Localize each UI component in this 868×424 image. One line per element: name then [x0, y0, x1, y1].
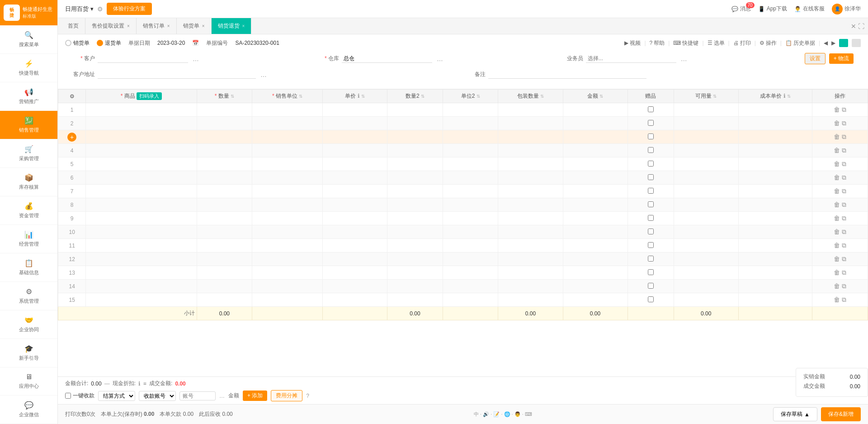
- product-input-15[interactable]: [88, 296, 194, 303]
- product-cell-1[interactable]: [86, 103, 197, 117]
- delete-row-btn-1[interactable]: 🗑: [834, 106, 840, 113]
- pkg-cell-14[interactable]: [498, 280, 563, 293]
- video-btn[interactable]: ▶ 视频: [624, 39, 641, 47]
- price-cell-2[interactable]: [323, 117, 387, 130]
- gift-cell-11[interactable]: [627, 239, 674, 252]
- copy-row-btn-13[interactable]: ⧉: [842, 269, 846, 276]
- sidebar-item-系统管理[interactable]: ⚙系统管理: [0, 282, 57, 310]
- address-input[interactable]: [98, 70, 256, 79]
- unit2-cell-12[interactable]: [443, 252, 498, 266]
- gift-checkbox-10[interactable]: [648, 229, 654, 234]
- sidebar-item-企业协同[interactable]: 🤝企业协同: [0, 310, 57, 339]
- price-cell-6[interactable]: [323, 171, 387, 185]
- sidebar-item-采购管理[interactable]: 🛒采购管理: [0, 139, 57, 168]
- pkg-cell-8[interactable]: [498, 198, 563, 212]
- qty2-cell-8[interactable]: [387, 198, 443, 212]
- pkg-cell-7[interactable]: [498, 185, 563, 198]
- qty2-cell-4[interactable]: [387, 144, 443, 157]
- tab-3[interactable]: 销货单×: [177, 18, 212, 34]
- product-input-10[interactable]: [88, 229, 194, 235]
- gift-checkbox-5[interactable]: [648, 161, 654, 167]
- amount-cell-14[interactable]: [563, 280, 627, 293]
- gift-checkbox-6[interactable]: [648, 174, 654, 180]
- amount-input[interactable]: [179, 391, 216, 400]
- price-cell-9[interactable]: [323, 212, 387, 225]
- amount-cell-15[interactable]: [563, 293, 627, 307]
- gift-cell-9[interactable]: [627, 212, 674, 225]
- topbar-gear-icon[interactable]: ⚙: [97, 5, 103, 13]
- avail-cell-2[interactable]: [674, 117, 738, 130]
- qty-cell-13[interactable]: [197, 266, 252, 280]
- unit-cell-12[interactable]: [252, 252, 323, 266]
- product-input-9[interactable]: [88, 215, 194, 222]
- cost-cell-3[interactable]: [738, 130, 812, 144]
- unit-cell-6[interactable]: [252, 171, 323, 185]
- gift-checkbox-8[interactable]: [648, 201, 654, 207]
- cost-cell-1[interactable]: [738, 103, 812, 117]
- unit-cell-1[interactable]: [252, 103, 323, 117]
- online-service-button[interactable]: 👨‍💼 在线客服: [794, 5, 825, 13]
- staff-input[interactable]: [586, 54, 676, 63]
- price-cell-1[interactable]: [323, 103, 387, 117]
- cost-cell-4[interactable]: [738, 144, 812, 157]
- unit2-cell-3[interactable]: [443, 130, 498, 144]
- unit-sort-icon[interactable]: ⇅: [299, 94, 302, 99]
- qty-cell-12[interactable]: [197, 252, 252, 266]
- gift-checkbox-7[interactable]: [648, 188, 654, 194]
- tab-4[interactable]: 销货退货×: [212, 18, 252, 34]
- gift-cell-6[interactable]: [627, 171, 674, 185]
- unit2-cell-6[interactable]: [443, 171, 498, 185]
- amount-cell-2[interactable]: [563, 117, 627, 130]
- qty-cell-6[interactable]: [197, 171, 252, 185]
- product-input-3[interactable]: [88, 133, 194, 140]
- amount-cell-3[interactable]: [563, 130, 627, 144]
- sidebar-item-经营管理[interactable]: 📊经营管理: [0, 225, 57, 253]
- sidebar-item-库存核算[interactable]: 📦库存核算: [0, 168, 57, 196]
- gift-cell-7[interactable]: [627, 185, 674, 198]
- price-cell-8[interactable]: [323, 198, 387, 212]
- expense-split-button[interactable]: 费用分摊: [271, 390, 302, 401]
- copy-row-btn-3[interactable]: ⧉: [842, 133, 846, 141]
- qty-cell-7[interactable]: [197, 185, 252, 198]
- amount-cell-11[interactable]: [563, 239, 627, 252]
- pkg-sort-icon[interactable]: ⇅: [540, 94, 544, 99]
- product-input-8[interactable]: [88, 201, 194, 208]
- product-cell-2[interactable]: [86, 117, 197, 130]
- customer-more-icon[interactable]: …: [193, 55, 199, 62]
- avail-cell-8[interactable]: [674, 198, 738, 212]
- product-cell-14[interactable]: [86, 280, 197, 293]
- copy-row-btn-6[interactable]: ⧉: [842, 174, 846, 181]
- cost-cell-10[interactable]: [738, 225, 812, 239]
- unit2-cell-10[interactable]: [443, 225, 498, 239]
- history-btn[interactable]: 📋 历史单据: [785, 39, 815, 47]
- gift-checkbox-1[interactable]: [648, 106, 654, 112]
- product-cell-5[interactable]: [86, 157, 197, 171]
- product-cell-11[interactable]: [86, 239, 197, 252]
- qty-cell-2[interactable]: [197, 117, 252, 130]
- delete-row-btn-8[interactable]: 🗑: [834, 201, 840, 208]
- tab-2[interactable]: 销售订单×: [137, 18, 177, 34]
- unit2-cell-13[interactable]: [443, 266, 498, 280]
- gift-cell-13[interactable]: [627, 266, 674, 280]
- avail-cell-6[interactable]: [674, 171, 738, 185]
- unit-cell-4[interactable]: [252, 144, 323, 157]
- gift-checkbox-3[interactable]: [648, 133, 654, 139]
- amount-cell-13[interactable]: [563, 266, 627, 280]
- save-draft-button[interactable]: 保存草稿 ▲: [773, 407, 817, 421]
- amount-cell-7[interactable]: [563, 185, 627, 198]
- price-cell-7[interactable]: [323, 185, 387, 198]
- unit2-cell-9[interactable]: [443, 212, 498, 225]
- tab-close-1[interactable]: ×: [127, 24, 130, 29]
- pkg-cell-12[interactable]: [498, 252, 563, 266]
- qty2-cell-7[interactable]: [387, 185, 443, 198]
- delete-row-btn-13[interactable]: 🗑: [834, 269, 840, 276]
- amount-cell-5[interactable]: [563, 157, 627, 171]
- product-cell-4[interactable]: [86, 144, 197, 157]
- qty-cell-11[interactable]: [197, 239, 252, 252]
- product-cell-15[interactable]: [86, 293, 197, 307]
- message-button[interactable]: 💬 消息 70: [731, 5, 751, 13]
- delete-row-btn-9[interactable]: 🗑: [834, 214, 840, 222]
- gift-cell-4[interactable]: [627, 144, 674, 157]
- cost-cell-12[interactable]: [738, 252, 812, 266]
- operation-btn[interactable]: ⚙ 操作: [760, 39, 777, 47]
